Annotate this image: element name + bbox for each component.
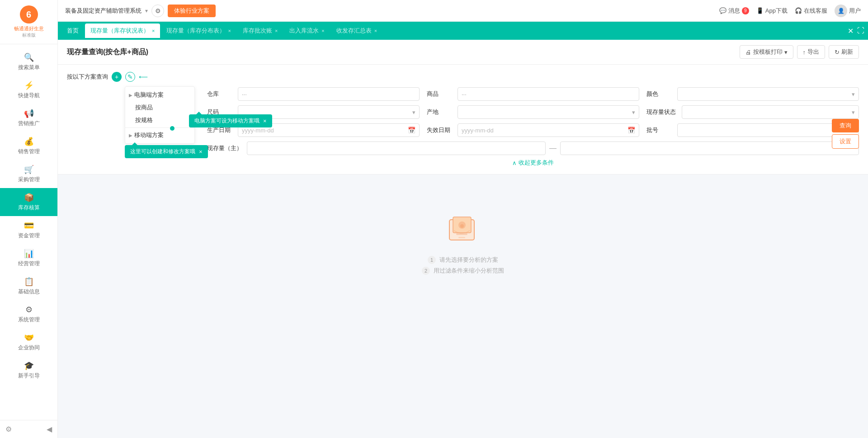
settings-icon[interactable]: ⚙ (5, 425, 12, 433)
tab-close-icon[interactable]: × (275, 28, 278, 33)
quick-icon: ⚡ (24, 80, 34, 90)
filter-header: 按以下方案查询 + ✎ ⟵ (67, 72, 859, 82)
scheme-tree-mobile[interactable]: ▶ 移动端方案 (125, 129, 194, 141)
calendar-icon: 📅 (408, 127, 415, 134)
sidebar-item-sales[interactable]: 💰 销售管理 (0, 132, 57, 160)
tab-close-icon[interactable]: × (321, 28, 324, 33)
scheme-tree-by-product[interactable]: 按商品 (125, 101, 194, 114)
tab-label: 库存批次账 (243, 27, 272, 35)
query-btn[interactable]: 查询 (832, 119, 859, 132)
tab-close-icon[interactable]: × (374, 28, 377, 33)
notification-badge: 9 (742, 7, 749, 14)
filter-stock-status: 现存量状态 ▾ (646, 105, 859, 119)
warehouse-select[interactable]: ··· (238, 87, 420, 101)
filter-product: 商品 ··· (427, 87, 639, 101)
sidebar-item-operation[interactable]: 📊 经营管理 (0, 244, 57, 272)
scheme-tree-pc[interactable]: ▶ 电脑端方案 (125, 89, 194, 101)
reset-btn[interactable]: 设置 (832, 134, 859, 149)
batch-label: 批号 (646, 126, 674, 134)
tab-label: 出入库流水 (289, 27, 319, 35)
dropdown-arrow[interactable]: ▾ (145, 8, 148, 14)
stock-qty-min[interactable] (247, 141, 546, 155)
filter-batch: 批号 (646, 123, 859, 137)
sidebar-item-purchase[interactable]: 🛒 采购管理 (0, 160, 57, 188)
sidebar-item-label: 新手引导 (18, 372, 40, 380)
online-service-item[interactable]: 🎧 在线客服 (795, 7, 827, 15)
sidebar-item-guide[interactable]: 🎓 新手引导 (0, 356, 57, 384)
tooltip-close-icon[interactable]: × (199, 148, 203, 155)
back-arrow-btn[interactable]: ⟵ (139, 73, 148, 80)
chevron-down-icon: ▾ (852, 91, 855, 98)
print-btn[interactable]: 🖨 按模板打印 ▾ (740, 45, 793, 59)
origin-select[interactable]: ▾ (458, 105, 639, 119)
pc-scheme-label: 电脑端方案 (134, 91, 164, 99)
empty-step-1: 1 请先选择要分析的方案 (428, 256, 498, 264)
product-label: 商品 (427, 90, 454, 98)
empty-state: 1 请先选择要分析的方案 2 用过滤条件来缩小分析范围 (58, 174, 868, 314)
tab-home[interactable]: 首页 (61, 27, 84, 35)
header-left: 装备及固定资产辅助管理系统 ▾ ⚙ 体验行业方案 (65, 5, 216, 17)
edit-scheme-btn[interactable]: ✎ (125, 72, 135, 82)
export-label: 导出 (807, 48, 819, 56)
export-btn[interactable]: ↑ 导出 (797, 45, 826, 59)
tooltip-text: 这里可以创建和修改方案哦 (130, 148, 195, 155)
avatar: 👤 (835, 5, 847, 17)
tab-inventory-status[interactable]: 现存量（库存状况表） × (85, 24, 160, 38)
system-icon: ⚙ (25, 305, 33, 315)
purchase-icon: 🛒 (24, 165, 34, 174)
app-download-item[interactable]: 📱 App下载 (756, 7, 788, 15)
page-title: 现存量查询(按仓库+商品) (67, 47, 148, 57)
stock-qty-max[interactable] (560, 141, 859, 155)
tab-close-icon[interactable]: × (228, 28, 231, 33)
expire-date-input[interactable]: yyyy-mm-dd 📅 (458, 123, 639, 137)
print-label: 按模板打印 (753, 48, 783, 56)
refresh-btn[interactable]: ↻ 刷新 (829, 45, 859, 59)
industry-btn[interactable]: 体验行业方案 (168, 5, 216, 17)
export-icon: ↑ (803, 49, 806, 56)
sidebar-item-quick[interactable]: ⚡ 快捷导航 (0, 76, 57, 104)
sidebar-item-marketing[interactable]: 📢 营销推广 (0, 104, 57, 132)
product-select[interactable]: ··· (458, 87, 639, 101)
dropdown-chevron: ▾ (784, 49, 788, 56)
notification-item[interactable]: 💬 消息 9 (719, 7, 749, 15)
collapse-filter-btn[interactable]: ∧ 收起更多条件 (207, 159, 859, 167)
user-item[interactable]: 👤 用户 (835, 5, 861, 17)
filter-origin: 产地 ▾ (427, 105, 639, 119)
sidebar-item-system[interactable]: ⚙ 系统管理 (0, 300, 57, 328)
marketing-icon: 📢 (24, 108, 34, 118)
tab-batch-ledger[interactable]: 库存批次账 × (237, 24, 283, 38)
color-select[interactable]: ▾ (677, 87, 859, 101)
tab-inventory-dist[interactable]: 现存量（库存分布表） × (161, 24, 236, 38)
sidebar-logo: 6 畅通通好生意 标准版 (0, 0, 57, 44)
expand-arrow-icon: ▶ (129, 93, 132, 98)
sidebar-item-basic[interactable]: 📋 基础信息 (0, 272, 57, 300)
refresh-label: 刷新 (841, 48, 853, 56)
gear-button[interactable]: ⚙ (151, 5, 164, 17)
filter-color: 颜色 ▾ (646, 87, 859, 101)
tab-inout-flow[interactable]: 出入库流水 × (284, 24, 330, 38)
sidebar-item-enterprise[interactable]: 🤝 企业协同 (0, 328, 57, 356)
tooltip-create-scheme: 这里可以创建和修改方案哦 × (125, 145, 208, 158)
scheme-tree-by-spec[interactable]: 按规格 (125, 114, 194, 127)
add-scheme-btn[interactable]: + (112, 72, 122, 82)
close-all-tabs-icon[interactable]: ✕ (848, 27, 854, 35)
filter-row-3: 生产日期 yyyy-mm-dd 📅 失效日期 yyyy-mm-dd 📅 (207, 123, 859, 137)
tab-close-icon[interactable]: × (152, 28, 155, 33)
expand-icon[interactable]: ⛶ (857, 27, 864, 35)
tooltip-close-icon[interactable]: × (263, 118, 267, 124)
collapse-sidebar-icon[interactable]: ◀ (47, 425, 52, 433)
expire-date-label: 失效日期 (427, 126, 454, 134)
sidebar-item-label: 营销推广 (18, 120, 40, 127)
tab-receipt-summary[interactable]: 收发存汇总表 × (331, 24, 382, 38)
sidebar-item-label: 快捷导航 (18, 92, 40, 99)
stock-status-select[interactable]: ▾ (682, 105, 859, 119)
sidebar-item-label: 采购管理 (18, 176, 40, 184)
collapse-label: 收起更多条件 (519, 159, 554, 167)
sidebar: 6 畅通通好生意 标准版 🔍 搜索菜单 ⚡ 快捷导航 📢 营销推广 💰 销售管理… (0, 0, 58, 438)
step-1-text: 请先选择要分析的方案 (439, 256, 498, 264)
page-actions: 🖨 按模板打印 ▾ ↑ 导出 ↻ 刷新 (740, 45, 859, 59)
warehouse-label: 仓库 (207, 90, 234, 98)
sidebar-item-inventory[interactable]: 📦 库存核算 (0, 188, 57, 216)
sidebar-item-finance[interactable]: 💳 资金管理 (0, 216, 57, 244)
sidebar-item-search[interactable]: 🔍 搜索菜单 (0, 48, 57, 76)
